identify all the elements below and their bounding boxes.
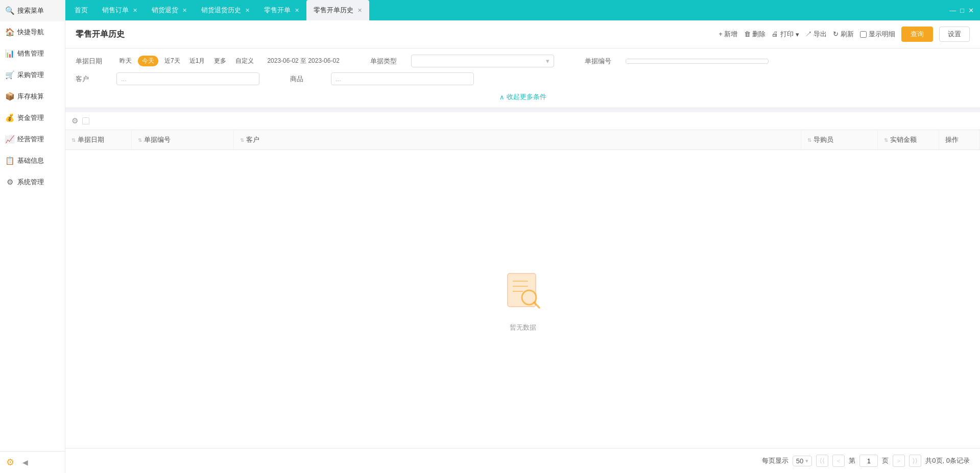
date-today[interactable]: 今天 xyxy=(138,56,158,66)
sidebar-item-label: 系统管理 xyxy=(17,178,44,187)
empty-state: 暂无数据 xyxy=(65,150,980,448)
setting-button[interactable]: 设置 xyxy=(939,27,970,42)
tab-sales-order[interactable]: 销售订单 ✕ xyxy=(95,0,145,20)
sidebar-item-inventory[interactable]: 📦 库存核算 xyxy=(0,86,65,107)
money-icon: 💰 xyxy=(5,113,14,122)
doc-number-input[interactable] xyxy=(626,59,769,64)
tab-sales-return-close[interactable]: ✕ xyxy=(182,7,187,14)
th-guide-label: 导购员 xyxy=(814,135,833,144)
chart-icon: 📊 xyxy=(5,49,14,58)
tab-retail-open-close[interactable]: ✕ xyxy=(295,7,299,14)
tab-sales-return-history[interactable]: 销货退货历史 ✕ xyxy=(194,0,257,20)
add-label: + 新增 xyxy=(719,30,737,39)
first-page-btn[interactable]: ⟨⟨ xyxy=(816,455,828,467)
table-header: ⇅ 单据日期 ⇅ 单据编号 ⇅ 客户 ⇅ 导购员 ⇅ 实销金额 xyxy=(65,130,980,150)
maximize-btn[interactable]: □ xyxy=(960,7,964,14)
minimize-btn[interactable]: — xyxy=(949,7,956,14)
th-customer-sort[interactable]: ⇅ xyxy=(240,137,244,143)
tab-home[interactable]: 首页 xyxy=(67,0,95,20)
date-more[interactable]: 更多 xyxy=(211,56,229,66)
th-guide: ⇅ 导购员 xyxy=(801,130,878,150)
select-all-checkbox[interactable] xyxy=(82,117,89,125)
th-customer-label: 客户 xyxy=(246,135,259,144)
sidebar: 🔍 搜索菜单 🏠 快捷导航 📊 销售管理 🛒 采购管理 📦 库存核算 💰 资金管… xyxy=(0,0,65,473)
settings-icon[interactable]: ⚙ xyxy=(6,457,14,468)
table-toolbar: ⚙ xyxy=(65,112,980,130)
page-size-arrow: ▾ xyxy=(805,458,808,464)
sidebar-item-label: 基础信息 xyxy=(17,156,44,165)
doc-type-select[interactable]: ▾ xyxy=(411,55,554,67)
page-size-select[interactable]: 50 ▾ xyxy=(793,456,812,466)
date-range-value: 2023-06-02 至 2023-06-02 xyxy=(267,57,339,65)
last-page-btn[interactable]: ⟩⟩ xyxy=(909,455,921,467)
tab-sales-return-label: 销货退货 xyxy=(152,6,178,15)
refresh-button[interactable]: ↻ 刷新 xyxy=(833,30,854,39)
date-last7[interactable]: 近7天 xyxy=(161,56,183,66)
sidebar-item-operations[interactable]: 📈 经营管理 xyxy=(0,129,65,150)
th-amount-sort[interactable]: ⇅ xyxy=(884,137,888,143)
date-custom[interactable]: 自定义 xyxy=(232,56,257,66)
empty-text: 暂无数据 xyxy=(510,323,536,332)
sidebar-item-purchase-mgmt[interactable]: 🛒 采购管理 xyxy=(0,64,65,86)
table-settings-icon[interactable]: ⚙ xyxy=(71,116,78,126)
date-yesterday[interactable]: 昨天 xyxy=(116,56,135,66)
add-button[interactable]: + 新增 xyxy=(719,30,737,39)
product-placeholder: ... xyxy=(336,75,341,83)
sidebar-search-label: 搜索菜单 xyxy=(17,6,44,15)
th-amount-label: 实销金额 xyxy=(890,135,917,144)
th-action: 操作 xyxy=(939,130,980,150)
tab-sales-order-close[interactable]: ✕ xyxy=(133,7,137,14)
sidebar-item-sys-mgmt[interactable]: ⚙ 系统管理 xyxy=(0,171,65,193)
th-guide-sort[interactable]: ⇅ xyxy=(807,137,811,143)
customer-placeholder: ... xyxy=(121,75,127,83)
close-btn[interactable]: ✕ xyxy=(968,7,974,14)
tab-sales-return-history-close[interactable]: ✕ xyxy=(245,7,250,14)
collapse-more[interactable]: ∧ 收起更多条件 xyxy=(76,90,970,104)
delete-button[interactable]: 🗑 删除 xyxy=(744,30,766,39)
query-button[interactable]: 查询 xyxy=(901,27,933,42)
box-icon: 📦 xyxy=(5,92,14,101)
th-customer: ⇅ 客户 xyxy=(234,130,801,150)
ops-icon: 📈 xyxy=(5,135,14,144)
sidebar-item-sales-mgmt[interactable]: 📊 销售管理 xyxy=(0,43,65,64)
doc-icon: 📋 xyxy=(5,156,14,165)
date-options: 昨天 今天 近7天 近1月 更多 自定义 xyxy=(116,56,257,66)
export-button[interactable]: ↗ 导出 xyxy=(805,30,827,39)
tab-sales-return[interactable]: 销货退货 ✕ xyxy=(145,0,194,20)
date-last-month[interactable]: 近1月 xyxy=(186,56,208,66)
product-input[interactable]: ... xyxy=(331,72,474,85)
collapse-label: 收起更多条件 xyxy=(507,92,546,102)
sidebar-item-label: 资金管理 xyxy=(17,113,44,122)
display-detail-checkbox[interactable] xyxy=(860,31,867,38)
tab-retail-open-history-label: 零售开单历史 xyxy=(314,6,353,15)
th-date-sort[interactable]: ⇅ xyxy=(71,137,76,143)
sidebar-item-finance[interactable]: 💰 资金管理 xyxy=(0,107,65,129)
date-filter-label: 单据日期 xyxy=(76,57,106,66)
page-input[interactable] xyxy=(859,455,878,467)
cart-icon: 🛒 xyxy=(5,70,14,80)
tab-retail-open-history[interactable]: 零售开单历史 ✕ xyxy=(306,0,369,20)
page-label: 页 xyxy=(882,456,889,465)
tab-retail-open-history-close[interactable]: ✕ xyxy=(357,7,362,14)
product-filter-label: 商品 xyxy=(290,74,321,84)
sidebar-item-quick-nav[interactable]: 🏠 快捷导航 xyxy=(0,21,65,43)
sidebar-item-basic-info[interactable]: 📋 基础信息 xyxy=(0,150,65,171)
print-button[interactable]: 🖨 打印 ▾ xyxy=(772,30,799,39)
window-controls: — □ ✕ xyxy=(949,7,978,14)
th-date-label: 单据日期 xyxy=(78,135,104,144)
next-page-btn[interactable]: ＞ xyxy=(893,455,905,467)
th-date: ⇅ 单据日期 xyxy=(65,130,132,150)
delete-label: 🗑 删除 xyxy=(744,30,766,39)
sidebar-item-label: 快捷导航 xyxy=(17,28,44,37)
content-area: 零售开单历史 + 新增 🗑 删除 🖨 打印 ▾ ↗ 导出 ↻ 刷新 xyxy=(65,20,980,473)
th-number-sort[interactable]: ⇅ xyxy=(138,137,142,143)
collapse-icon[interactable]: ◀ xyxy=(22,458,28,466)
sidebar-item-label: 销售管理 xyxy=(17,49,44,58)
prev-page-btn[interactable]: ＜ xyxy=(832,455,845,467)
empty-illustration xyxy=(497,266,548,317)
tab-retail-open[interactable]: 零售开单 ✕ xyxy=(257,0,306,20)
customer-input[interactable]: ... xyxy=(116,72,259,85)
display-detail-checkbox-container[interactable]: 显示明细 xyxy=(860,30,895,39)
sidebar-search[interactable]: 🔍 搜索菜单 xyxy=(0,0,65,21)
search-icon: 🔍 xyxy=(5,6,14,15)
